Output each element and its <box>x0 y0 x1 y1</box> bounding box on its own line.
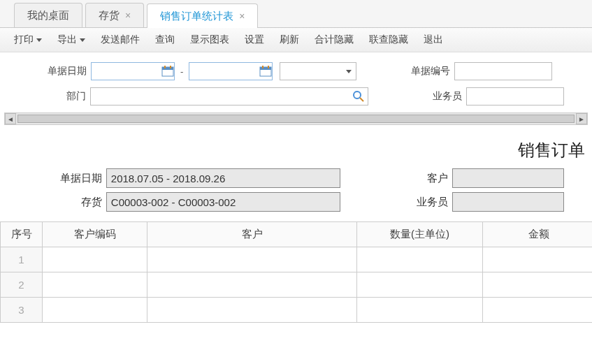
calendar-icon[interactable] <box>259 65 272 78</box>
tab-label: 存货 <box>99 9 120 22</box>
chevron-down-icon <box>346 70 352 73</box>
cell-qty <box>357 298 483 323</box>
print-button[interactable]: 打印 <box>14 34 42 46</box>
svg-point-8 <box>354 92 361 99</box>
horizontal-scrollbar[interactable]: ◄ ► <box>4 112 588 125</box>
summary-customer-label: 客户 <box>410 172 452 185</box>
col-amount[interactable]: 金额 <box>483 222 593 247</box>
docno-input[interactable] <box>454 62 552 80</box>
dept-input[interactable] <box>90 87 368 105</box>
svg-rect-5 <box>260 67 271 70</box>
filter-dept-label: 部门 <box>28 90 90 103</box>
export-button[interactable]: 导出 <box>57 34 85 46</box>
cell-customer <box>147 247 357 272</box>
filter-date-label: 单据日期 <box>28 65 91 78</box>
cell-amount <box>483 298 593 323</box>
svg-rect-3 <box>170 66 171 68</box>
date-combo[interactable] <box>280 62 356 80</box>
summary-stock-value: C00003-002 - C00003-002 <box>106 192 340 212</box>
calendar-icon[interactable] <box>161 65 174 78</box>
summary-salesman-label: 业务员 <box>410 196 452 209</box>
col-seq[interactable]: 序号 <box>1 222 43 247</box>
scroll-right-icon[interactable]: ► <box>576 113 587 124</box>
refresh-button[interactable]: 刷新 <box>280 34 299 46</box>
svg-rect-2 <box>164 66 166 68</box>
date-from-input[interactable] <box>91 62 175 80</box>
cell-customer <box>147 298 357 323</box>
col-customer[interactable]: 客户 <box>147 222 357 247</box>
tab-stock[interactable]: 存货 × <box>85 3 144 27</box>
scroll-left-icon[interactable]: ◄ <box>5 113 16 124</box>
cell-amount <box>483 272 593 298</box>
cell-qty <box>357 272 483 298</box>
cell-cust-code <box>43 247 147 272</box>
tab-label: 销售订单统计表 <box>160 10 233 23</box>
svg-line-9 <box>360 98 363 101</box>
summary-panel: 单据日期 2018.07.05 - 2018.09.26 客户 存货 C0000… <box>0 168 592 219</box>
tab-desktop[interactable]: 我的桌面 <box>14 3 82 27</box>
filter-salesman-label: 业务员 <box>417 90 466 103</box>
filter-docno-label: 单据编号 <box>398 65 454 78</box>
svg-rect-7 <box>268 66 269 68</box>
tab-sales-order-report[interactable]: 销售订单统计表 × <box>147 3 258 28</box>
lookup-icon[interactable] <box>352 90 365 103</box>
chevron-down-icon <box>80 38 85 42</box>
show-chart-button[interactable]: 显示图表 <box>190 34 229 46</box>
row-seq: 3 <box>1 298 43 323</box>
filter-panel: 单据日期 - 单据编号 部门 <box>0 52 592 111</box>
grid-header-row: 序号 客户编码 客户 数量(主单位) 金额 <box>1 222 593 247</box>
send-mail-button[interactable]: 发送邮件 <box>101 34 140 46</box>
cell-customer <box>147 272 357 298</box>
cell-cust-code <box>43 298 147 323</box>
cell-qty <box>357 247 483 272</box>
summary-salesman-value <box>452 192 564 212</box>
tab-label: 我的桌面 <box>27 9 69 22</box>
summary-customer-value <box>452 168 564 188</box>
date-to-input[interactable] <box>189 62 273 80</box>
salesman-input[interactable] <box>466 87 564 105</box>
toolbar: 打印 导出 发送邮件 查询 显示图表 设置 刷新 合计隐藏 联查隐藏 退出 <box>0 28 592 52</box>
svg-rect-6 <box>262 66 263 68</box>
cell-amount <box>483 247 593 272</box>
summary-date-label: 单据日期 <box>28 172 106 185</box>
scroll-thumb[interactable] <box>17 115 575 123</box>
report-title: 销售订单 <box>0 125 592 168</box>
close-icon[interactable]: × <box>239 10 245 22</box>
settings-button[interactable]: 设置 <box>245 34 264 46</box>
col-cust-code[interactable]: 客户编码 <box>43 222 147 247</box>
row-seq: 2 <box>1 272 43 298</box>
table-row[interactable]: 2 <box>1 272 593 298</box>
svg-rect-1 <box>162 67 173 70</box>
row-seq: 1 <box>1 247 43 272</box>
exit-button[interactable]: 退出 <box>424 34 443 46</box>
summary-stock-label: 存货 <box>28 196 106 209</box>
close-icon[interactable]: × <box>125 10 131 21</box>
hide-total-button[interactable]: 合计隐藏 <box>315 34 354 46</box>
query-button[interactable]: 查询 <box>155 34 175 46</box>
hide-link-button[interactable]: 联查隐藏 <box>369 34 408 46</box>
date-separator: - <box>175 66 189 77</box>
cell-cust-code <box>43 272 147 298</box>
chevron-down-icon <box>36 38 42 42</box>
tab-bar: 我的桌面 存货 × 销售订单统计表 × <box>0 0 592 28</box>
data-grid: 序号 客户编码 客户 数量(主单位) 金额 1 2 3 <box>0 221 592 323</box>
table-row[interactable]: 3 <box>1 298 593 323</box>
summary-date-value: 2018.07.05 - 2018.09.26 <box>106 168 340 188</box>
table-row[interactable]: 1 <box>1 247 593 272</box>
col-qty[interactable]: 数量(主单位) <box>357 222 483 247</box>
